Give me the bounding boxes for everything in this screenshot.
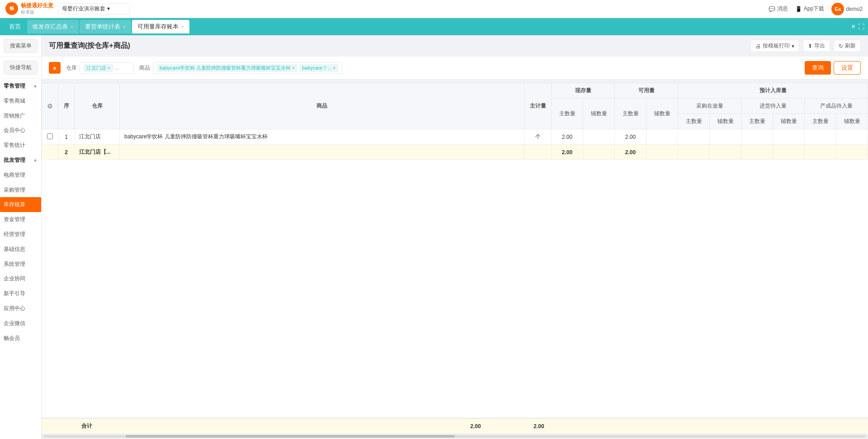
sidebar-item-purchase[interactable]: 采购管理 xyxy=(0,183,41,198)
row1-purchase-sub xyxy=(710,129,741,145)
tab-purchase-close[interactable]: × xyxy=(123,24,126,29)
sidebar-item-finance[interactable]: 资金管理 xyxy=(0,212,41,227)
page-actions: 🖨 按模板打印 ▾ ⬆ 导出 ↻ 刷新 xyxy=(750,40,861,52)
row1-product: babycare学饮杯 儿童防摔防撞吸管杯重力球吸嘴杯宝宝水杯 xyxy=(120,129,524,145)
col-stock-sub-header: 辅数量 xyxy=(583,99,615,129)
warehouse-label: 仓库 xyxy=(66,64,77,72)
avatar: Ea xyxy=(831,3,844,15)
sidebar-item-system[interactable]: 系统管理 xyxy=(0,257,41,272)
export-label: 导出 xyxy=(814,42,825,50)
export-button[interactable]: ⬆ 导出 xyxy=(803,40,830,52)
row1-purchase-main xyxy=(678,129,710,145)
sidebar-item-retail-mall[interactable]: 零售商城 xyxy=(0,94,41,109)
sidebar-item-ecommerce[interactable]: 电商管理 xyxy=(0,168,41,183)
sidebar-item-enterprise[interactable]: 企业协同 xyxy=(0,271,41,286)
col-avail-main-header: 主数量 xyxy=(615,99,646,129)
top-bar-right: 💬 消息 📱 App下载 Ea demo2 xyxy=(769,3,863,15)
tab-receivables-label: 收发存汇总表 xyxy=(33,23,68,31)
sidebar-label-retail-mgmt: 零售管理 xyxy=(4,82,25,90)
top-bar-left: 畅 畅捷通好生意 标准版 母婴行业演示账套 ▾ xyxy=(5,2,130,15)
user-profile[interactable]: Ea demo2 xyxy=(831,3,863,15)
warehouse-tag-box[interactable]: 江北门店 × ... xyxy=(80,62,134,74)
sidebar-item-operations[interactable]: 经营管理 xyxy=(0,227,41,242)
sidebar-item-basic[interactable]: 基础信息 xyxy=(0,242,41,257)
export-icon: ⬆ xyxy=(808,43,812,49)
table-row: 2 江北门店【... 2.00 2.00 xyxy=(42,145,868,160)
col-purchase-main: 主数量 xyxy=(678,114,710,129)
refresh-button[interactable]: ↻ 刷新 xyxy=(834,40,861,52)
product-tag-p2[interactable]: babycare？... × xyxy=(299,64,338,72)
tab-home-label: 首页 xyxy=(9,23,21,31)
horizontal-scrollbar[interactable] xyxy=(42,434,868,439)
row1-unit: 个 xyxy=(524,129,552,145)
footer-avail-main: 2.00 xyxy=(523,423,555,430)
row1-warehouse: 江北门店 xyxy=(75,129,120,145)
close-all-icon[interactable]: × xyxy=(851,23,855,31)
message-button[interactable]: 💬 消息 xyxy=(769,5,788,13)
sidebar-item-retail-stats[interactable]: 零售统计 xyxy=(0,138,41,153)
product-label: 商品 xyxy=(139,64,150,72)
row1-checkbox[interactable] xyxy=(42,129,58,145)
quick-nav-button[interactable]: 快捷导航 xyxy=(4,61,38,75)
expand-button[interactable]: » xyxy=(49,62,61,74)
refresh-label: 刷新 xyxy=(845,42,856,50)
gear-icon[interactable]: ⚙ xyxy=(47,103,53,110)
product-tag-p1[interactable]: babycare学饮杯 儿童防摔防撞吸管杯重力球吸嘴杯宝宝水杯 × xyxy=(157,64,297,72)
download-label: App下载 xyxy=(804,5,824,13)
tab-receivables[interactable]: 收发存汇总表 × xyxy=(27,20,79,33)
brand-icon: 畅 xyxy=(5,2,18,15)
product-tag-box[interactable]: babycare学饮杯 儿童防摔防撞吸管杯重力球吸嘴杯宝宝水杯 × babyca… xyxy=(153,62,342,74)
template-print-button[interactable]: 🖨 按模板打印 ▾ xyxy=(750,40,799,52)
sidebar-label-basic: 基础信息 xyxy=(4,245,25,253)
search-menu-button[interactable]: 搜索菜单 xyxy=(4,39,38,53)
col-settings-header[interactable]: ⚙ xyxy=(42,83,58,129)
sidebar-item-member[interactable]: 会员中心 xyxy=(0,123,41,138)
sidebar-item-wechat[interactable]: 企业微信 xyxy=(0,316,41,331)
warehouse-tag-jiangbei[interactable]: 江北门店 × xyxy=(84,64,113,72)
sidebar-label-member: 会员中心 xyxy=(4,127,25,134)
sidebar-item-inventory[interactable]: 库存核算 xyxy=(0,197,41,212)
template-badge: 标准版 xyxy=(21,9,53,15)
data-table: ⚙ 序 仓库 商品 主计量 现存量 可用量 预计入库量 主数量 辅数量 主数量 xyxy=(42,83,868,160)
app-download-button[interactable]: 📱 App下载 xyxy=(795,5,824,13)
sidebar-item-marketing[interactable]: 营销推广 xyxy=(0,109,41,123)
table-footer: 合计 2.00 2.00 xyxy=(42,418,868,434)
row2-warehouse: 江北门店【... xyxy=(75,145,120,160)
content-area: 可用量查询(按仓库+商品) 🖨 按模板打印 ▾ ⬆ 导出 ↻ 刷新 » xyxy=(42,35,868,439)
warehouse-tag-close[interactable]: × xyxy=(108,66,110,71)
sidebar-label-purchase: 采购管理 xyxy=(4,186,25,194)
tab-purchase[interactable]: 要货单统计表 × xyxy=(80,20,131,33)
tab-home[interactable]: 首页 xyxy=(4,20,26,33)
col-inbound-group-header: 进货待入量 xyxy=(741,99,805,114)
scroll-thumb[interactable] xyxy=(126,435,455,438)
warehouse-ellipsis[interactable]: ... xyxy=(115,65,119,71)
print-icon: 🖨 xyxy=(755,43,761,49)
product-tag-close-p1[interactable]: × xyxy=(292,66,295,71)
settings-button[interactable]: 设置 xyxy=(834,61,861,75)
sidebar-label-retail-stats: 零售统计 xyxy=(4,142,25,149)
page-header: 可用量查询(按仓库+商品) 🖨 按模板打印 ▾ ⬆ 导出 ↻ 刷新 xyxy=(42,35,868,57)
sidebar-item-retail-mgmt[interactable]: 零售管理 ▲ xyxy=(0,79,41,94)
mobile-icon: 📱 xyxy=(795,6,802,12)
maximize-icon[interactable]: ⛶ xyxy=(858,23,864,30)
warehouse-tag-text: 江北门店 xyxy=(86,65,106,71)
sidebar-label-retail-mall: 零售商城 xyxy=(4,97,25,105)
chevron-icon-wholesale: ▲ xyxy=(33,157,38,163)
col-no-header: 序 xyxy=(58,83,75,129)
product-tag-close-p2[interactable]: × xyxy=(333,66,336,71)
tab-available[interactable]: 可用量库存账本 × xyxy=(132,20,189,33)
query-button[interactable]: 查询 xyxy=(805,61,831,75)
sidebar-label-operations: 经营管理 xyxy=(4,231,25,238)
sidebar-item-vip[interactable]: 畅会员 xyxy=(0,331,41,346)
sidebar-item-wholesale[interactable]: 批发管理 ▲ xyxy=(0,153,41,168)
tab-receivables-close[interactable]: × xyxy=(71,24,73,29)
sidebar-item-app-center[interactable]: 应用中心 xyxy=(0,301,41,316)
row1-avail-sub xyxy=(646,129,678,145)
store-selector[interactable]: 母婴行业演示账套 ▾ xyxy=(58,3,130,14)
filter-actions: 查询 设置 xyxy=(805,61,861,75)
col-forecast-group-header: 预计入库量 xyxy=(678,83,868,99)
chevron-print-icon: ▾ xyxy=(792,43,794,49)
sidebar-item-newcomer[interactable]: 新手引导 xyxy=(0,286,41,301)
tab-available-close[interactable]: × xyxy=(181,24,184,29)
brand-name: 畅捷通好生意 xyxy=(21,2,53,9)
